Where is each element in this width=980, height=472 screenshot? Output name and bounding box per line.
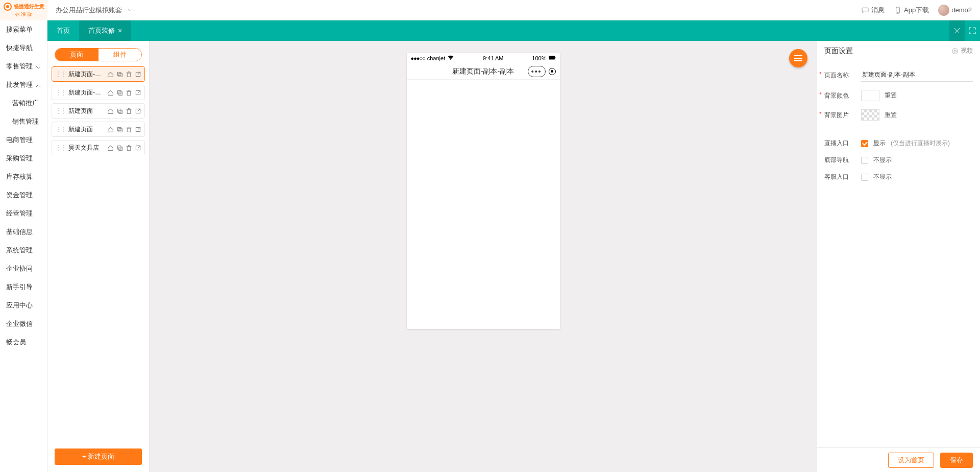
sidebar-item-collab[interactable]: 企业协同 <box>0 259 47 278</box>
sidebar-item-stock[interactable]: 库存核算 <box>0 168 47 186</box>
brand-name: 畅捷通好生意 <box>14 3 44 10</box>
new-page-button[interactable]: + 新建页面 <box>55 449 142 465</box>
bottomnav-checkbox[interactable] <box>861 157 868 164</box>
delete-icon[interactable] <box>125 144 132 151</box>
copy-icon[interactable] <box>116 70 123 78</box>
sidebar-item-purchase[interactable]: 采购管理 <box>0 149 47 168</box>
label-bgcolor: 背景颜色 <box>824 91 856 100</box>
segment-page[interactable]: 页面 <box>55 49 99 61</box>
svg-line-18 <box>138 90 140 92</box>
service-checkbox[interactable] <box>861 174 868 181</box>
page-list-item[interactable]: ⋮⋮ 新建页面 <box>52 122 145 137</box>
svg-rect-20 <box>118 110 122 113</box>
svg-rect-21 <box>127 110 131 113</box>
tab-decorate[interactable]: 首页装修 × <box>79 20 131 41</box>
copy-icon[interactable] <box>116 107 123 114</box>
bottomnav-hide-label: 不显示 <box>873 156 892 164</box>
delete-icon[interactable] <box>125 107 132 114</box>
delete-icon[interactable] <box>125 89 132 96</box>
sidebar-item-guide[interactable]: 新手引导 <box>0 278 47 296</box>
video-help-button[interactable]: 视频 <box>951 46 973 55</box>
messages-button[interactable]: 消息 <box>861 6 885 15</box>
delete-icon[interactable] <box>125 126 132 133</box>
copy-icon[interactable] <box>116 89 123 96</box>
user-menu[interactable]: demo2 <box>938 5 972 16</box>
home-icon[interactable] <box>107 144 114 151</box>
tab-close-all-button[interactable] <box>949 20 965 41</box>
brand-logo: 畅捷通好生意 标准版 <box>0 0 47 20</box>
sidebar-item-ecom[interactable]: 电商管理 <box>0 131 47 149</box>
label-bottomnav: 底部导航 <box>824 156 856 164</box>
home-icon[interactable] <box>107 89 114 96</box>
drag-handle-icon[interactable]: ⋮⋮ <box>55 107 65 114</box>
page-list-item[interactable]: ⋮⋮ 昊天文具店 <box>52 140 145 155</box>
bgimg-swatch[interactable] <box>861 109 879 121</box>
copy-icon[interactable] <box>116 144 123 151</box>
drag-handle-icon[interactable]: ⋮⋮ <box>55 70 65 78</box>
svg-line-39 <box>138 146 140 148</box>
drag-handle-icon[interactable]: ⋮⋮ <box>55 89 65 96</box>
miniapp-capsule: ••• <box>528 66 546 77</box>
home-icon[interactable] <box>107 107 114 114</box>
drag-handle-icon[interactable]: ⋮⋮ <box>55 126 65 133</box>
sidebar-item-wholesale[interactable]: 批发管理 <box>0 76 47 94</box>
sidebar-item-operate[interactable]: 经营管理 <box>0 204 47 223</box>
sidebar-item-wechat[interactable]: 企业微信 <box>0 315 47 333</box>
external-icon[interactable] <box>134 107 141 114</box>
close-target-icon[interactable] <box>549 68 556 75</box>
delete-icon[interactable] <box>125 70 132 78</box>
save-button[interactable]: 保存 <box>940 453 973 468</box>
svg-marker-47 <box>954 50 957 52</box>
page-list-item[interactable]: ⋮⋮ 新建页面-副本... <box>52 66 145 82</box>
svg-rect-7 <box>127 73 131 77</box>
sidebar-item-basic[interactable]: 基础信息 <box>0 223 47 241</box>
tab-home[interactable]: 首页 <box>47 20 79 41</box>
tenant-select[interactable]: 办公用品行业模拟账套 <box>56 6 133 15</box>
download-button[interactable]: App下载 <box>894 6 929 15</box>
drag-handle-icon[interactable]: ⋮⋮ <box>55 144 65 151</box>
live-checkbox[interactable] <box>861 140 868 147</box>
svg-rect-14 <box>127 91 131 95</box>
phone-icon <box>894 6 902 14</box>
sidebar-item-appcenter[interactable]: 应用中心 <box>0 296 47 315</box>
sidebar-item-system[interactable]: 系统管理 <box>0 241 47 259</box>
svg-rect-33 <box>117 146 121 149</box>
label-page-name: 页面名称 <box>824 71 856 80</box>
bgcolor-reset-button[interactable]: 重置 <box>885 91 897 100</box>
sidebar-item-marketing[interactable]: 营销推广 <box>0 94 47 112</box>
label-service: 客服入口 <box>824 173 856 181</box>
page-list-item[interactable]: ⋮⋮ 新建页面 <box>52 103 145 119</box>
external-icon[interactable] <box>134 126 141 133</box>
sidebar-item-quicknav[interactable]: 快捷导航 <box>0 39 47 57</box>
home-icon[interactable] <box>107 126 114 133</box>
bgimg-reset-button[interactable]: 重置 <box>885 111 897 120</box>
svg-rect-6 <box>118 73 122 77</box>
caret-down-icon <box>36 64 41 69</box>
close-icon[interactable]: × <box>118 27 122 35</box>
bgcolor-swatch[interactable] <box>861 90 879 101</box>
drawer-toggle-button[interactable] <box>789 49 807 67</box>
segment-component[interactable]: 组件 <box>99 49 142 61</box>
sidebar-item-member[interactable]: 畅会员 <box>0 333 47 351</box>
chevron-down-icon <box>127 7 133 13</box>
external-icon[interactable] <box>134 89 141 96</box>
sidebar-item-search[interactable]: 搜索菜单 <box>0 20 47 39</box>
svg-line-32 <box>138 127 140 129</box>
svg-rect-12 <box>117 90 121 94</box>
page-name-input[interactable] <box>861 68 973 82</box>
page-item-label: 新建页面 <box>68 125 104 134</box>
svg-line-25 <box>138 109 140 111</box>
tenant-name: 办公用品行业模拟账套 <box>56 6 122 15</box>
home-icon[interactable] <box>107 70 114 78</box>
sidebar-item-finance[interactable]: 资金管理 <box>0 186 47 204</box>
svg-rect-0 <box>862 8 868 12</box>
copy-icon[interactable] <box>116 126 123 133</box>
fullscreen-button[interactable] <box>965 20 980 41</box>
set-home-button[interactable]: 设为首页 <box>888 453 934 468</box>
external-icon[interactable] <box>134 144 141 151</box>
external-icon[interactable] <box>134 70 141 78</box>
sidebar-item-sales[interactable]: 销售管理 <box>0 112 47 131</box>
page-list-item[interactable]: ⋮⋮ 新建页面-副本 <box>52 85 145 100</box>
sidebar-item-retail[interactable]: 零售管理 <box>0 57 47 76</box>
svg-rect-13 <box>118 91 122 95</box>
